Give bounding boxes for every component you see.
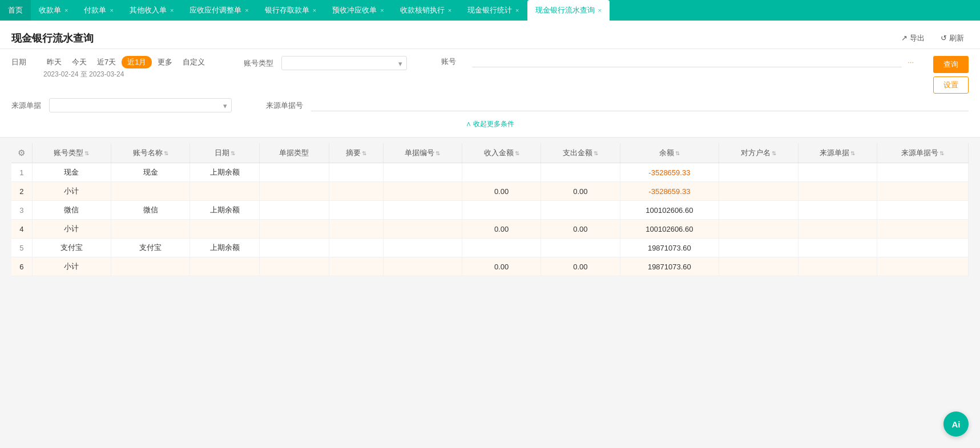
query-button[interactable]: 查询 xyxy=(933,56,969,73)
close-icon[interactable]: × xyxy=(598,0,602,21)
column-expense[interactable]: 支出金额⇅ xyxy=(541,143,620,163)
nav-receipt[interactable]: 收款单 × xyxy=(31,0,76,21)
nav-cash-flow[interactable]: 现金银行流水查询 × xyxy=(527,0,610,21)
column-summary[interactable]: 摘要⇅ xyxy=(329,143,383,163)
nav-payment[interactable]: 付款单 × xyxy=(76,0,121,21)
cell-summary xyxy=(329,257,383,276)
settings-button[interactable]: 设置 xyxy=(933,76,969,94)
row-number: 2 xyxy=(11,182,32,201)
cell-balance: 19871073.60 xyxy=(620,239,719,257)
column-account-name[interactable]: 账号名称⇅ xyxy=(111,143,189,163)
cell-account-type: 现金 xyxy=(32,163,111,182)
close-icon[interactable]: × xyxy=(170,0,174,21)
column-counterpart[interactable]: 对方户名⇅ xyxy=(719,143,798,163)
cell-doc-type xyxy=(259,239,329,257)
cell-source-doc-num xyxy=(877,257,968,276)
table-row: 3微信微信上期余额100102606.60 xyxy=(11,201,969,220)
date-options: 昨天 今天 近7天 近1月 更多 自定义 xyxy=(42,56,209,68)
nav-prepay[interactable]: 预收冲应收单 × xyxy=(324,0,392,21)
column-gear[interactable]: ⚙ xyxy=(11,143,32,163)
cell-expense: 0.00 xyxy=(541,220,620,239)
sort-icon: ⇅ xyxy=(850,150,855,156)
cell-account-type: 微信 xyxy=(32,201,111,220)
date-today[interactable]: 今天 xyxy=(67,56,91,68)
sort-icon: ⇅ xyxy=(164,150,168,156)
page-title: 现金银行流水查询 xyxy=(11,31,94,45)
gear-icon[interactable]: ⚙ xyxy=(18,148,25,158)
nav-adjustment[interactable]: 应收应付调整单 × xyxy=(182,0,256,21)
nav-cash-stats[interactable]: 现金银行统计 × xyxy=(459,0,527,21)
cell-date: 上期余额 xyxy=(190,239,260,257)
row-number: 1 xyxy=(11,163,32,182)
close-icon[interactable]: × xyxy=(245,0,248,21)
account-dots-button[interactable]: ··· xyxy=(905,56,916,67)
table-row: 1现金现金上期余额-3528659.33 xyxy=(11,163,969,182)
cell-counterpart xyxy=(719,239,798,257)
column-account-type[interactable]: 账号类型⇅ xyxy=(32,143,111,163)
header-actions: ↗ 导出 ↺ 刷新 xyxy=(897,31,969,46)
account-type-select[interactable] xyxy=(281,56,407,70)
close-icon[interactable]: × xyxy=(515,0,519,21)
table-row: 6小计0.000.0019871073.60 xyxy=(11,257,969,276)
column-date[interactable]: 日期⇅ xyxy=(190,143,260,163)
source-doc-num-input[interactable] xyxy=(311,100,969,111)
page-header: 现金银行流水查询 ↗ 导出 ↺ 刷新 xyxy=(0,21,980,49)
nav-collection[interactable]: 收款核销执行 × xyxy=(392,0,459,21)
export-icon: ↗ xyxy=(901,34,908,42)
cell-expense: 0.00 xyxy=(541,257,620,276)
sort-icon: ⇅ xyxy=(362,150,366,156)
cell-source-doc xyxy=(798,257,877,276)
cell-date xyxy=(190,220,260,239)
cell-counterpart xyxy=(719,257,798,276)
collapse-bar[interactable]: ∧ 收起更多条件 xyxy=(11,116,969,131)
cell-doc-type xyxy=(259,257,329,276)
cell-source-doc xyxy=(798,220,877,239)
close-icon[interactable]: × xyxy=(448,0,451,21)
cell-date xyxy=(190,257,260,276)
row-number: 5 xyxy=(11,239,32,257)
column-balance[interactable]: 余额⇅ xyxy=(620,143,719,163)
source-doc-select[interactable] xyxy=(49,98,232,112)
refresh-button[interactable]: ↺ 刷新 xyxy=(936,31,969,46)
date-yesterday[interactable]: 昨天 xyxy=(42,56,66,68)
nav-other-income[interactable]: 其他收入单 × xyxy=(122,0,182,21)
cell-expense xyxy=(541,201,620,220)
cell-balance: 100102606.60 xyxy=(620,201,719,220)
close-icon[interactable]: × xyxy=(64,0,68,21)
close-icon[interactable]: × xyxy=(313,0,316,21)
date-custom[interactable]: 自定义 xyxy=(178,56,209,68)
export-button[interactable]: ↗ 导出 xyxy=(897,31,929,46)
top-nav: 首页 收款单 × 付款单 × 其他收入单 × 应收应付调整单 × 银行存取款单 … xyxy=(0,0,980,21)
cell-source-doc-num xyxy=(877,182,968,201)
column-doc-type[interactable]: 单据类型 xyxy=(259,143,329,163)
account-input[interactable] xyxy=(472,56,902,67)
close-icon[interactable]: × xyxy=(380,0,384,21)
column-source-doc[interactable]: 来源单据⇅ xyxy=(798,143,877,163)
cell-account-name: 微信 xyxy=(111,201,189,220)
cell-counterpart xyxy=(719,182,798,201)
cell-doc-type xyxy=(259,163,329,182)
cell-account-name xyxy=(111,182,189,201)
date-more[interactable]: 更多 xyxy=(153,56,177,68)
cell-doc-num xyxy=(383,220,462,239)
cell-date: 上期余额 xyxy=(190,201,260,220)
cell-income: 0.00 xyxy=(462,220,541,239)
close-icon[interactable]: × xyxy=(110,0,113,21)
cell-account-name xyxy=(111,220,189,239)
date-7days[interactable]: 近7天 xyxy=(92,56,120,68)
column-income[interactable]: 收入金额⇅ xyxy=(462,143,541,163)
cell-source-doc-num xyxy=(877,220,968,239)
date-label: 日期 xyxy=(11,57,34,67)
column-doc-num[interactable]: 单据编号⇅ xyxy=(383,143,462,163)
cell-source-doc-num xyxy=(877,163,968,182)
cell-summary xyxy=(329,220,383,239)
cell-account-name xyxy=(111,257,189,276)
sort-icon: ⇅ xyxy=(675,150,680,156)
column-source-doc-num[interactable]: 来源单据号⇅ xyxy=(877,143,968,163)
cell-account-type: 小计 xyxy=(32,182,111,201)
date-1month[interactable]: 近1月 xyxy=(122,56,152,68)
sort-icon: ⇅ xyxy=(772,150,776,156)
nav-bank-deposit[interactable]: 银行存取款单 × xyxy=(257,0,324,21)
nav-home[interactable]: 首页 xyxy=(0,0,31,21)
table-header-row: ⚙ 账号类型⇅ 账号名称⇅ 日期⇅ 单据类型 摘要⇅ 单据编号⇅ xyxy=(11,143,969,163)
